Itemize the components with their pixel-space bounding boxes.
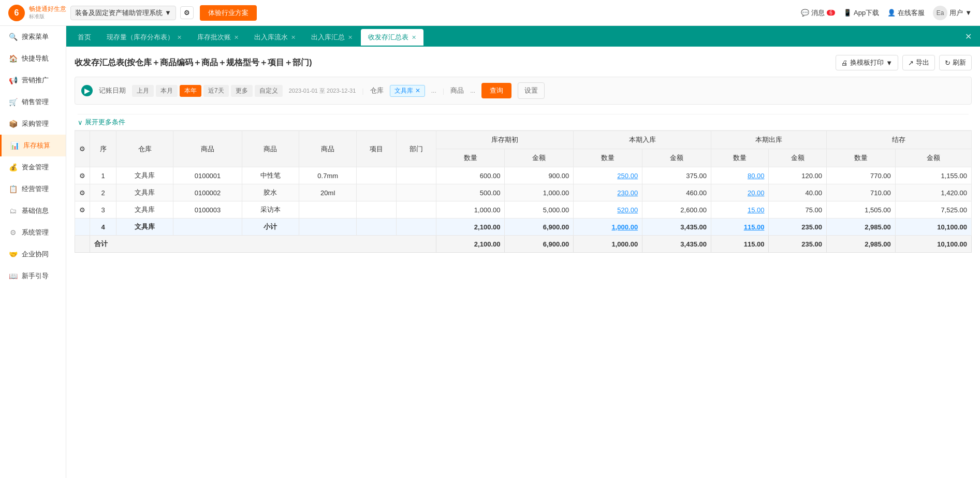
tab-close-batch[interactable]: ✕ bbox=[234, 34, 239, 41]
date-btn-0[interactable]: 上月 bbox=[132, 85, 154, 97]
sidebar-item-quick_nav[interactable]: 🏠 快捷导航 bbox=[0, 48, 66, 69]
tab-batch[interactable]: 库存批次账✕ bbox=[190, 29, 246, 46]
sidebar-item-purchase[interactable]: 📦 采购管理 bbox=[0, 113, 66, 135]
row-out-qty[interactable]: 15.00 bbox=[711, 201, 769, 219]
row-in-qty[interactable]: 520.00 bbox=[574, 201, 642, 219]
tab-home[interactable]: 首页 bbox=[70, 29, 98, 46]
settings-button[interactable]: 设置 bbox=[518, 82, 545, 99]
row-gear[interactable]: ⚙ bbox=[75, 184, 90, 201]
export-button[interactable]: ↗ 导出 bbox=[902, 55, 935, 70]
export-icon: ↗ bbox=[908, 59, 914, 67]
row-close-amt: 7,525.00 bbox=[895, 201, 971, 219]
row-no: 3 bbox=[90, 201, 116, 219]
sidebar-item-system[interactable]: ⚙ 系统管理 bbox=[0, 222, 66, 243]
row-out-qty[interactable]: 80.00 bbox=[711, 167, 769, 184]
col-out-header: 本期出库 bbox=[711, 131, 826, 149]
row-code: 0100003 bbox=[173, 201, 242, 219]
row-name: 采访本 bbox=[242, 201, 299, 219]
enterprise-icon: 🤝 bbox=[8, 250, 18, 259]
query-button[interactable]: 查询 bbox=[481, 83, 511, 98]
sidebar-item-sales[interactable]: 🛒 销售管理 bbox=[0, 91, 66, 113]
row-in-amt: 375.00 bbox=[642, 167, 711, 184]
subtotal-open-qty: 2,100.00 bbox=[436, 219, 505, 236]
sidebar-item-basic[interactable]: 🗂 基础信息 bbox=[0, 200, 66, 222]
date-btn-3[interactable]: 近7天 bbox=[203, 85, 229, 97]
col-code-header: 商品 bbox=[173, 131, 242, 167]
date-btn-4[interactable]: 更多 bbox=[231, 85, 253, 97]
tab-close-collect_summary[interactable]: ✕ bbox=[412, 34, 416, 41]
service-icon: 👤 bbox=[887, 9, 896, 17]
settings-col-header[interactable]: ⚙ bbox=[75, 131, 90, 167]
logo-text: 畅捷通好生意 标准版 bbox=[29, 5, 66, 21]
sidebar-item-operations[interactable]: 📋 经营管理 bbox=[0, 178, 66, 200]
expand-more-button[interactable]: ∨ 展开更多条件 bbox=[78, 114, 969, 127]
close-qty-header: 数量 bbox=[826, 149, 895, 167]
subtotal-in-qty[interactable]: 1,000.00 bbox=[574, 219, 642, 236]
subtotal-dept bbox=[397, 219, 436, 236]
row-close-qty: 770.00 bbox=[826, 167, 895, 184]
search-icon: 🔍 bbox=[8, 32, 18, 41]
sidebar-item-finance[interactable]: 💰 资金管理 bbox=[0, 156, 66, 178]
warehouse-tag-close[interactable]: ✕ bbox=[415, 87, 420, 94]
warehouse-more[interactable]: ... bbox=[431, 87, 436, 94]
trial-button[interactable]: 体验行业方案 bbox=[200, 5, 257, 21]
row-warehouse: 文具库 bbox=[116, 167, 173, 184]
row-dept bbox=[397, 201, 436, 219]
data-table: ⚙ 序 仓库 商品 商品 商品 项目 部门 库存期初 本期入库 本期出库 bbox=[75, 131, 972, 253]
sidebar-label-guide: 新手引导 bbox=[22, 271, 49, 281]
messages-badge: 6 bbox=[827, 10, 835, 16]
date-btn-2[interactable]: 本年 bbox=[180, 85, 201, 97]
tab-close-inout_flow[interactable]: ✕ bbox=[291, 34, 296, 41]
tab-collect_summary[interactable]: 收发存汇总表✕ bbox=[361, 29, 423, 46]
subtotal-code bbox=[173, 219, 242, 236]
warehouse-filter-tag[interactable]: 文具库 ✕ bbox=[390, 85, 425, 97]
avatar: Ea bbox=[933, 6, 947, 20]
close-all-tabs-button[interactable]: ✕ bbox=[961, 32, 976, 41]
tab-label-home: 首页 bbox=[78, 33, 91, 42]
row-close-amt: 1,420.00 bbox=[895, 184, 971, 201]
row-name: 胶水 bbox=[242, 184, 299, 201]
tab-stock_dist[interactable]: 现存量（库存分布表）✕ bbox=[99, 29, 189, 46]
row-code: 0100002 bbox=[173, 184, 242, 201]
app-download-button[interactable]: 📱 App下载 bbox=[843, 8, 879, 18]
tab-inout_flow[interactable]: 出入库流水✕ bbox=[247, 29, 303, 46]
open-amt-header: 金额 bbox=[505, 149, 574, 167]
open-qty-header: 数量 bbox=[436, 149, 505, 167]
gear-button[interactable]: ⚙ bbox=[180, 6, 194, 19]
system-title-select[interactable]: 装备及固定资产辅助管理系统 ▼ bbox=[70, 6, 176, 20]
row-out-amt: 40.00 bbox=[769, 184, 827, 201]
sidebar-item-inventory[interactable]: 📊 库存核算 bbox=[0, 135, 66, 156]
tab-inout_summary[interactable]: 出入库汇总✕ bbox=[304, 29, 360, 46]
row-in-qty[interactable]: 230.00 bbox=[574, 184, 642, 201]
subtotal-spec bbox=[299, 219, 356, 236]
tab-close-inout_summary[interactable]: ✕ bbox=[348, 34, 353, 41]
subtotal-open-amt: 6,900.00 bbox=[505, 219, 574, 236]
row-out-qty[interactable]: 20.00 bbox=[711, 184, 769, 201]
messages-button[interactable]: 💬 消息 6 bbox=[801, 8, 835, 18]
out-amt-header: 金额 bbox=[769, 149, 827, 167]
row-open-qty: 600.00 bbox=[436, 167, 505, 184]
sidebar-item-search[interactable]: 🔍 搜索菜单 bbox=[0, 26, 66, 48]
row-gear[interactable]: ⚙ bbox=[75, 201, 90, 219]
row-in-qty[interactable]: 250.00 bbox=[574, 167, 642, 184]
subtotal-out-qty[interactable]: 115.00 bbox=[711, 219, 769, 236]
goods-more[interactable]: ... bbox=[470, 87, 475, 94]
template-print-button[interactable]: 🖨 换模板打印 ▼ bbox=[836, 55, 898, 70]
sidebar-item-enterprise[interactable]: 🤝 企业协同 bbox=[0, 243, 66, 265]
sidebar-item-marketing[interactable]: 📢 营销推广 bbox=[0, 69, 66, 91]
filter-bar: ▶ 记账日期 上月本月本年近7天更多自定义 2023-01-01 至 2023-… bbox=[75, 77, 972, 105]
refresh-button[interactable]: ↻ 刷新 bbox=[939, 55, 972, 70]
tab-bar: 首页现存量（库存分布表）✕库存批次账✕出入库流水✕出入库汇总✕收发存汇总表✕ ✕ bbox=[66, 26, 980, 47]
tab-label-collect_summary: 收发存汇总表 bbox=[368, 33, 408, 42]
row-gear[interactable]: ⚙ bbox=[75, 167, 90, 184]
quick_nav-icon: 🏠 bbox=[8, 54, 18, 63]
sidebar-item-guide[interactable]: 📖 新手引导 bbox=[0, 265, 66, 287]
tab-close-stock_dist[interactable]: ✕ bbox=[177, 34, 182, 41]
sidebar-label-sales: 销售管理 bbox=[22, 97, 49, 107]
filter-expand-button[interactable]: ▶ bbox=[81, 85, 93, 96]
date-btn-5[interactable]: 自定义 bbox=[255, 85, 283, 97]
user-menu[interactable]: Ea 用户 ▼ bbox=[933, 6, 972, 20]
subtotal-warehouse: 文具库 bbox=[116, 219, 173, 236]
date-btn-1[interactable]: 本月 bbox=[156, 85, 178, 97]
online-service-button[interactable]: 👤 在线客服 bbox=[887, 8, 925, 18]
